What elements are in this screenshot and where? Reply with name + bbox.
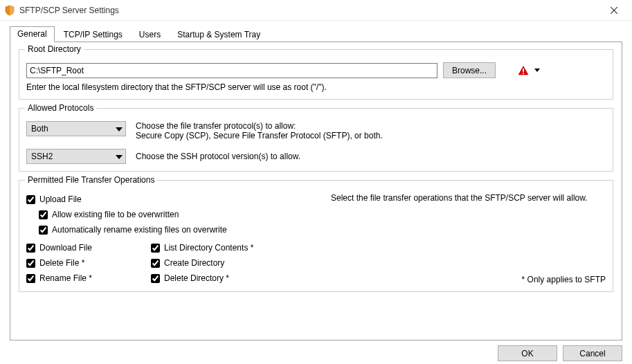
group-root-directory: Root Directory Browse... Enter the local…	[19, 49, 613, 100]
warning-dropdown[interactable]	[534, 69, 540, 73]
allow-overwrite-checkbox[interactable]: Allow existing file to be overwritten	[39, 208, 331, 221]
close-icon	[611, 7, 617, 14]
create-dir-label: Create Directory	[164, 258, 224, 268]
svg-rect-3	[523, 73, 524, 74]
chevron-down-icon	[116, 152, 123, 161]
delete-dir-checkbox[interactable]: Delete Directory *	[151, 272, 296, 284]
allow-overwrite-input[interactable]	[39, 210, 48, 219]
rename-file-checkbox[interactable]: Rename File *	[26, 272, 151, 284]
transfer-protocol-value: Both	[31, 124, 48, 134]
upload-file-input[interactable]	[26, 195, 35, 204]
tab-startup-label: Startup & System Tray	[177, 30, 260, 39]
window-title: SFTP/SCP Server Settings	[19, 6, 599, 15]
tab-startup[interactable]: Startup & System Tray	[170, 27, 268, 42]
rename-file-input[interactable]	[26, 274, 35, 283]
cancel-button[interactable]: Cancel	[563, 345, 622, 361]
delete-file-label: Delete File *	[39, 258, 84, 268]
group-protocols-legend: Allowed Protocols	[25, 103, 96, 113]
window-close-button[interactable]	[599, 0, 629, 21]
allow-overwrite-label: Allow existing file to be overwritten	[52, 210, 179, 219]
ssh-protocol-hint: Choose the SSH protocol version(s) to al…	[136, 152, 300, 161]
ssh-protocol-value: SSH2	[31, 152, 53, 161]
delete-file-checkbox[interactable]: Delete File *	[26, 257, 151, 269]
root-path-input[interactable]	[26, 63, 437, 78]
tab-general-panel: Root Directory Browse... Enter the local…	[10, 42, 622, 340]
upload-file-checkbox[interactable]: Upload File	[26, 193, 331, 206]
warning-icon	[518, 65, 529, 76]
create-dir-checkbox[interactable]: Create Directory	[151, 257, 296, 269]
transfer-protocol-hint-line1: Choose the file transfer protocol(s) to …	[136, 121, 383, 131]
transfer-protocol-dropdown[interactable]: Both	[26, 121, 126, 136]
ssh-protocol-dropdown[interactable]: SSH2	[26, 149, 126, 164]
tab-row: General TCP/IP Settings Users Startup & …	[10, 26, 622, 42]
app-icon	[4, 5, 15, 16]
download-file-input[interactable]	[26, 244, 35, 253]
tab-users[interactable]: Users	[132, 27, 168, 42]
root-hint: Enter the local filesystem directory tha…	[26, 82, 606, 92]
dialog-buttons: OK Cancel	[498, 345, 622, 361]
list-dir-checkbox[interactable]: List Directory Contents *	[151, 242, 296, 254]
titlebar: SFTP/SCP Server Settings	[0, 0, 632, 21]
group-allowed-protocols: Allowed Protocols Both Choose the file t…	[19, 108, 613, 172]
upload-file-label: Upload File	[39, 194, 82, 204]
delete-dir-input[interactable]	[151, 274, 160, 283]
ops-side-hint: Select the file transfer operations that…	[331, 193, 606, 236]
chevron-down-icon	[534, 69, 540, 73]
auto-rename-checkbox[interactable]: Automatically rename existing files on o…	[39, 224, 331, 236]
tab-general-label: General	[17, 29, 47, 39]
list-dir-input[interactable]	[151, 244, 160, 253]
list-dir-label: List Directory Contents *	[164, 243, 253, 253]
group-ops-legend: Permitted File Transfer Operations	[25, 175, 157, 185]
download-file-checkbox[interactable]: Download File	[26, 242, 151, 254]
tab-tcpip[interactable]: TCP/IP Settings	[56, 27, 130, 42]
browse-button[interactable]: Browse...	[443, 62, 496, 78]
delete-file-input[interactable]	[26, 259, 35, 268]
rename-file-label: Rename File *	[39, 273, 92, 283]
create-dir-input[interactable]	[151, 259, 160, 268]
delete-dir-label: Delete Directory *	[164, 273, 229, 283]
group-permitted-ops: Permitted File Transfer Operations Uploa…	[19, 180, 613, 292]
chevron-down-icon	[116, 124, 123, 134]
download-file-label: Download File	[39, 243, 92, 253]
ops-footnote: * Only applies to SFTP	[296, 275, 606, 284]
tab-general[interactable]: General	[10, 26, 55, 42]
svg-rect-2	[523, 69, 524, 72]
auto-rename-label: Automatically rename existing files on o…	[52, 225, 227, 235]
auto-rename-input[interactable]	[39, 226, 48, 235]
group-root-legend: Root Directory	[25, 44, 84, 54]
tab-users-label: Users	[139, 30, 161, 39]
tab-tcpip-label: TCP/IP Settings	[64, 30, 123, 39]
transfer-protocol-hint-line2: Secure Copy (SCP), Secure File Transfer …	[136, 131, 383, 140]
ok-button[interactable]: OK	[498, 345, 557, 361]
